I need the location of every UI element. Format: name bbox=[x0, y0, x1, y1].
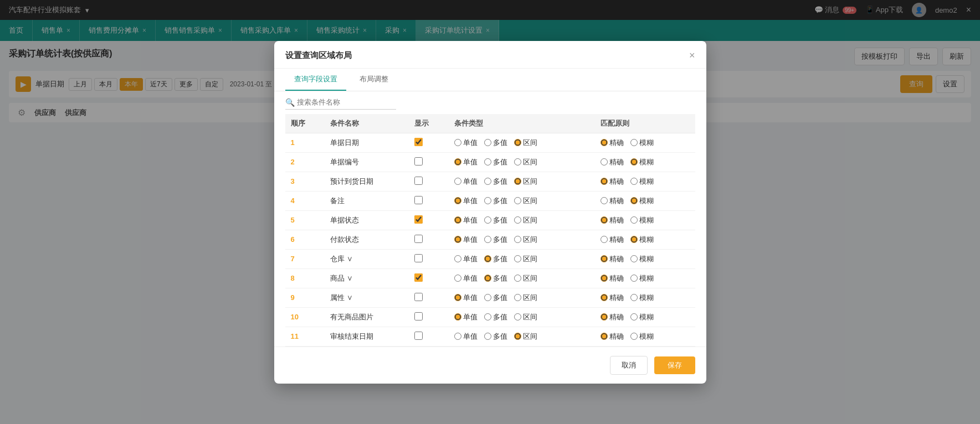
match-radio-fuzzy[interactable]: 模糊 bbox=[630, 138, 654, 148]
table-row: 6付款状态单值多值区间精确模糊 bbox=[285, 230, 695, 249]
row-display[interactable] bbox=[409, 152, 449, 172]
type-radio-range[interactable]: 区间 bbox=[514, 215, 537, 225]
type-radio-multi[interactable]: 多值 bbox=[484, 332, 507, 342]
display-checkbox[interactable] bbox=[414, 157, 423, 166]
dialog-tab-layout[interactable]: 布局调整 bbox=[351, 69, 397, 91]
row-type: 单值多值区间 bbox=[449, 172, 595, 191]
row-seq: 4 bbox=[285, 191, 325, 210]
type-radio-single[interactable]: 单值 bbox=[454, 254, 478, 264]
row-seq: 9 bbox=[285, 288, 325, 307]
type-radio-range[interactable]: 区间 bbox=[514, 196, 537, 206]
display-checkbox[interactable] bbox=[414, 273, 423, 282]
display-checkbox[interactable] bbox=[414, 293, 423, 301]
col-header-match: 匹配原则 bbox=[595, 114, 695, 133]
cancel-btn[interactable]: 取消 bbox=[610, 356, 648, 375]
dialog-close-btn[interactable]: × bbox=[689, 50, 695, 61]
type-radio-multi[interactable]: 多值 bbox=[484, 235, 507, 245]
row-name: 审核结束日期 bbox=[325, 327, 409, 346]
match-radio-fuzzy[interactable]: 模糊 bbox=[630, 177, 654, 187]
save-btn[interactable]: 保存 bbox=[654, 356, 695, 374]
type-radio-range[interactable]: 区间 bbox=[514, 254, 537, 264]
display-checkbox[interactable] bbox=[414, 332, 423, 340]
table-row: 5单据状态单值多值区间精确模糊 bbox=[285, 210, 695, 230]
type-radio-multi[interactable]: 多值 bbox=[484, 273, 507, 283]
row-display[interactable] bbox=[409, 230, 449, 249]
field-table: 顺序 条件名称 显示 条件类型 匹配原则 1单据日期单值多值区间精确模糊2单据编… bbox=[285, 114, 695, 347]
row-display[interactable] bbox=[409, 191, 449, 210]
table-row: 9属性 ∨单值多值区间精确模糊 bbox=[285, 288, 695, 307]
type-radio-single[interactable]: 单值 bbox=[454, 235, 478, 245]
type-radio-range[interactable]: 区间 bbox=[514, 332, 537, 342]
match-radio-exact[interactable]: 精确 bbox=[601, 138, 624, 148]
match-radio-exact[interactable]: 精确 bbox=[601, 332, 624, 342]
search-input[interactable] bbox=[297, 98, 391, 106]
col-header-name: 条件名称 bbox=[325, 114, 409, 133]
type-radio-single[interactable]: 单值 bbox=[454, 196, 478, 206]
type-radio-multi[interactable]: 多值 bbox=[484, 312, 507, 322]
match-radio-fuzzy[interactable]: 模糊 bbox=[630, 332, 654, 342]
match-radio-fuzzy[interactable]: 模糊 bbox=[630, 196, 654, 206]
type-radio-single[interactable]: 单值 bbox=[454, 332, 478, 342]
row-match: 精确模糊 bbox=[595, 191, 695, 210]
type-radio-range[interactable]: 区间 bbox=[514, 157, 537, 167]
type-radio-range[interactable]: 区间 bbox=[514, 235, 537, 245]
table-row: 4备注单值多值区间精确模糊 bbox=[285, 191, 695, 210]
type-radio-multi[interactable]: 多值 bbox=[484, 196, 507, 206]
type-radio-multi[interactable]: 多值 bbox=[484, 177, 507, 187]
match-radio-exact[interactable]: 精确 bbox=[601, 177, 624, 187]
display-checkbox[interactable] bbox=[414, 196, 423, 204]
display-checkbox[interactable] bbox=[414, 235, 423, 243]
type-radio-multi[interactable]: 多值 bbox=[484, 138, 507, 148]
match-radio-exact[interactable]: 精确 bbox=[601, 273, 624, 283]
match-radio-exact[interactable]: 精确 bbox=[601, 196, 624, 206]
display-checkbox[interactable] bbox=[414, 177, 423, 185]
type-radio-multi[interactable]: 多值 bbox=[484, 215, 507, 225]
match-radio-fuzzy[interactable]: 模糊 bbox=[630, 254, 654, 264]
type-radio-single[interactable]: 单值 bbox=[454, 138, 478, 148]
row-display[interactable] bbox=[409, 268, 449, 288]
match-radio-exact[interactable]: 精确 bbox=[601, 215, 624, 225]
display-checkbox[interactable] bbox=[414, 312, 423, 320]
row-seq: 10 bbox=[285, 307, 325, 327]
table-row: 11审核结束日期单值多值区间精确模糊 bbox=[285, 327, 695, 346]
match-radio-fuzzy[interactable]: 模糊 bbox=[630, 157, 654, 167]
type-radio-single[interactable]: 单值 bbox=[454, 177, 478, 187]
display-checkbox[interactable] bbox=[414, 254, 423, 262]
type-radio-range[interactable]: 区间 bbox=[514, 177, 537, 187]
match-radio-exact[interactable]: 精确 bbox=[601, 157, 624, 167]
match-radio-exact[interactable]: 精确 bbox=[601, 293, 624, 303]
row-display[interactable] bbox=[409, 133, 449, 152]
match-radio-exact[interactable]: 精确 bbox=[601, 254, 624, 264]
display-checkbox[interactable] bbox=[414, 215, 423, 224]
type-radio-multi[interactable]: 多值 bbox=[484, 293, 507, 303]
dialog-header: 设置查询区域布局 × bbox=[274, 41, 706, 69]
match-radio-fuzzy[interactable]: 模糊 bbox=[630, 273, 654, 283]
type-radio-single[interactable]: 单值 bbox=[454, 273, 478, 283]
dialog-search-area: 🔍 bbox=[274, 91, 706, 114]
type-radio-multi[interactable]: 多值 bbox=[484, 157, 507, 167]
match-radio-fuzzy[interactable]: 模糊 bbox=[630, 215, 654, 225]
type-radio-single[interactable]: 单值 bbox=[454, 215, 478, 225]
type-radio-single[interactable]: 单值 bbox=[454, 312, 478, 322]
type-radio-multi[interactable]: 多值 bbox=[484, 254, 507, 264]
row-display[interactable] bbox=[409, 249, 449, 268]
type-radio-range[interactable]: 区间 bbox=[514, 312, 537, 322]
row-display[interactable] bbox=[409, 288, 449, 307]
type-radio-range[interactable]: 区间 bbox=[514, 138, 537, 148]
row-display[interactable] bbox=[409, 172, 449, 191]
dialog-tab-fields[interactable]: 查询字段设置 bbox=[285, 69, 346, 91]
dialog-footer: 取消 保存 bbox=[274, 347, 706, 384]
row-display[interactable] bbox=[409, 210, 449, 230]
type-radio-single[interactable]: 单值 bbox=[454, 157, 478, 167]
row-display[interactable] bbox=[409, 307, 449, 327]
match-radio-fuzzy[interactable]: 模糊 bbox=[630, 235, 654, 245]
match-radio-fuzzy[interactable]: 模糊 bbox=[630, 293, 654, 303]
match-radio-exact[interactable]: 精确 bbox=[601, 312, 624, 322]
match-radio-exact[interactable]: 精确 bbox=[601, 235, 624, 245]
type-radio-range[interactable]: 区间 bbox=[514, 293, 537, 303]
match-radio-fuzzy[interactable]: 模糊 bbox=[630, 312, 654, 322]
row-display[interactable] bbox=[409, 327, 449, 346]
display-checkbox[interactable] bbox=[414, 138, 423, 146]
type-radio-single[interactable]: 单值 bbox=[454, 293, 478, 303]
type-radio-range[interactable]: 区间 bbox=[514, 273, 537, 283]
